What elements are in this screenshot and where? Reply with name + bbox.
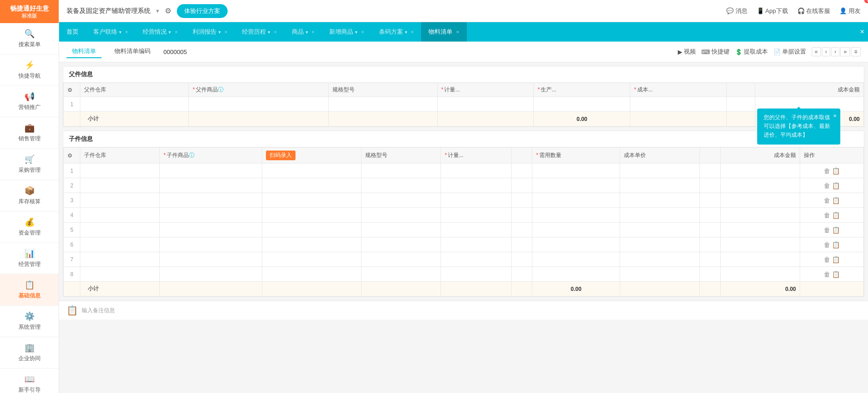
tab-operations-close[interactable]: ×: [175, 29, 177, 35]
nav-next-btn[interactable]: ›: [831, 47, 839, 56]
child-row2-unit[interactable]: [441, 178, 512, 193]
child-row3-cost-price[interactable]: [620, 193, 699, 208]
scan-input-btn[interactable]: 扫码录入: [266, 151, 295, 160]
child-row8-product[interactable]: [160, 267, 262, 282]
child-row5-spec[interactable]: [361, 223, 440, 237]
child-row3-product[interactable]: [160, 193, 262, 208]
child-row4-warehouse[interactable]: [80, 208, 160, 223]
tab-operations[interactable]: 经营情况 ▾ ×: [135, 22, 185, 42]
page-tab-code[interactable]: 物料清单编码: [109, 45, 156, 58]
user-avatar[interactable]: 👤 用友: [839, 7, 861, 15]
child-row2-warehouse[interactable]: [80, 178, 160, 193]
copy-icon[interactable]: 📋: [832, 197, 840, 204]
child-col-gear[interactable]: ⚙: [64, 148, 80, 163]
child-row4-cost-price[interactable]: [620, 208, 699, 223]
child-row6-needed-qty[interactable]: [532, 237, 620, 252]
child-row8-spec[interactable]: [361, 267, 440, 282]
child-row1-cost-price[interactable]: [620, 163, 699, 178]
sidebar-item-finance[interactable]: 💰 资金管理: [0, 212, 59, 243]
child-row2-needed-qty[interactable]: [532, 178, 620, 193]
child-row6-unit[interactable]: [441, 237, 512, 252]
child-row7-unit[interactable]: [441, 252, 512, 267]
app-download-btn[interactable]: 📱 App下载: [757, 7, 788, 15]
copy-icon[interactable]: 📋: [832, 241, 840, 248]
child-row3-needed-qty[interactable]: [532, 193, 620, 208]
child-row1-product[interactable]: [160, 163, 262, 178]
settings-action[interactable]: 📄 单据设置: [773, 48, 806, 56]
trial-button[interactable]: 体验行业方案: [177, 4, 228, 18]
sidebar-item-basic[interactable]: 📋 基础信息: [0, 274, 59, 306]
sidebar-item-inventory[interactable]: 📦 库存核算: [0, 180, 59, 212]
copy-icon[interactable]: 📋: [832, 212, 840, 219]
child-row4-needed-qty[interactable]: [532, 208, 620, 223]
child-row7-warehouse[interactable]: [80, 252, 160, 267]
parent-row1-cost[interactable]: [630, 97, 727, 112]
child-row7-spec[interactable]: [361, 252, 440, 267]
child-col-scan[interactable]: 扫码录入: [262, 148, 362, 163]
child-row6-warehouse[interactable]: [80, 237, 160, 252]
tooltip-close-btn[interactable]: ×: [833, 111, 837, 121]
parent-row1-product[interactable]: [189, 97, 329, 112]
parent-row1-production[interactable]: [534, 97, 630, 112]
message-btn[interactable]: 💬 消息 6: [726, 7, 747, 15]
tab-bom[interactable]: 物料清单 ×: [421, 22, 466, 42]
sidebar-item-sales[interactable]: 💼 销售管理: [0, 117, 59, 149]
child-row8-needed-qty[interactable]: [532, 267, 620, 282]
child-row7-product[interactable]: [160, 252, 262, 267]
sidebar-item-search[interactable]: 🔍 搜索菜单: [0, 23, 59, 54]
child-row8-cost-price[interactable]: [620, 267, 699, 282]
parent-row1-unit[interactable]: [437, 97, 534, 112]
copy-icon[interactable]: 📋: [832, 271, 840, 278]
sidebar-item-system[interactable]: ⚙️ 系统管理: [0, 306, 59, 337]
cost-action[interactable]: 💲 提取成本: [735, 48, 768, 56]
child-row3-spec[interactable]: [361, 193, 440, 208]
copy-icon[interactable]: 📋: [832, 182, 840, 189]
copy-icon[interactable]: 📋: [832, 167, 840, 175]
parent-row1-spec[interactable]: [329, 97, 437, 112]
child-row5-cost-price[interactable]: [620, 223, 699, 237]
sidebar-item-quick-nav[interactable]: ⚡ 快捷导航: [0, 54, 59, 86]
tab-product-close[interactable]: ×: [312, 29, 314, 35]
child-row7-cost-price[interactable]: [620, 252, 699, 267]
child-row1-needed-qty[interactable]: [532, 163, 620, 178]
nav-next-next-btn[interactable]: »: [840, 47, 850, 56]
child-row5-product[interactable]: [160, 223, 262, 237]
tab-profit-close[interactable]: ×: [224, 29, 227, 35]
sidebar-item-guide[interactable]: 📖 新手引导: [0, 369, 59, 393]
shortcut-action[interactable]: ⌨ 快捷键: [701, 48, 729, 56]
sidebar-item-purchase[interactable]: 🛒 采购管理: [0, 149, 59, 180]
delete-icon[interactable]: 🗑: [824, 197, 830, 204]
parent-col-gear[interactable]: ⚙: [64, 83, 80, 97]
child-row5-warehouse[interactable]: [80, 223, 160, 237]
delete-icon[interactable]: 🗑: [824, 167, 830, 175]
child-row5-unit[interactable]: [441, 223, 512, 237]
child-row1-spec[interactable]: [361, 163, 440, 178]
child-row4-spec[interactable]: [361, 208, 440, 223]
sidebar-item-marketing[interactable]: 📢 营销推广: [0, 86, 59, 117]
online-service-btn[interactable]: 🎧 在线客服: [797, 7, 831, 15]
delete-icon[interactable]: 🗑: [824, 212, 830, 219]
view-action[interactable]: ▶ 视频: [678, 48, 696, 56]
child-row2-spec[interactable]: [361, 178, 440, 193]
child-row6-cost-price[interactable]: [620, 237, 699, 252]
tab-product[interactable]: 商品 ▾ ×: [284, 22, 322, 42]
child-row8-unit[interactable]: [441, 267, 512, 282]
child-row1-warehouse[interactable]: [80, 163, 160, 178]
child-row2-cost-price[interactable]: [620, 178, 699, 193]
sidebar-item-operations[interactable]: 📊 经营管理: [0, 243, 59, 274]
child-row5-needed-qty[interactable]: [532, 223, 620, 237]
delete-icon[interactable]: 🗑: [824, 182, 830, 189]
child-row4-unit[interactable]: [441, 208, 512, 223]
tab-customer-close[interactable]: ×: [125, 29, 128, 35]
child-row7-needed-qty[interactable]: [532, 252, 620, 267]
nav-prev-btn[interactable]: ‹: [822, 47, 830, 56]
nav-close-icon[interactable]: ×: [860, 28, 864, 36]
child-row1-unit[interactable]: [441, 163, 512, 178]
child-row8-warehouse[interactable]: [80, 267, 160, 282]
tab-home[interactable]: 首页: [59, 22, 86, 42]
child-row6-spec[interactable]: [361, 237, 440, 252]
delete-icon[interactable]: 🗑: [824, 241, 830, 248]
tab-history[interactable]: 经营历程 ▾ ×: [235, 22, 284, 42]
tab-barcode-close[interactable]: ×: [411, 29, 414, 35]
child-row4-product[interactable]: [160, 208, 262, 223]
